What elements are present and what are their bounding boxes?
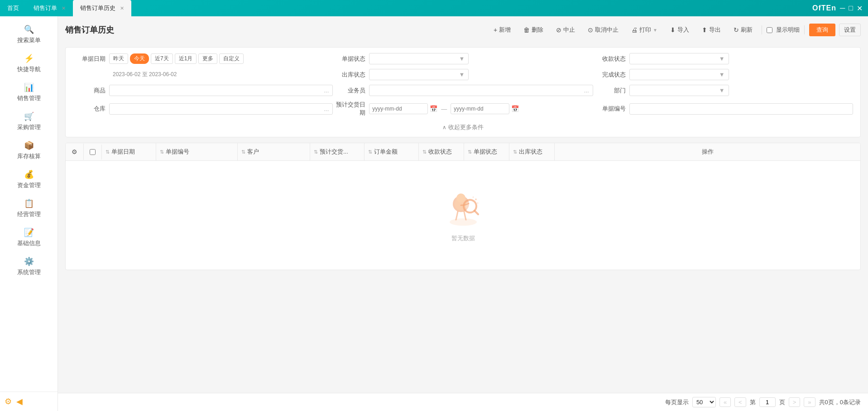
close-btn[interactable]: ✕ (857, 4, 863, 13)
filter-date-col: 单据日期 昨天 今天 近7天 近1月 更多 自定义 (73, 53, 333, 64)
import-button[interactable]: ⬇ 导入 (666, 24, 694, 36)
last-page-btn[interactable]: » (804, 397, 815, 407)
th-date[interactable]: ⇅ 单据日期 (102, 143, 156, 160)
collapse-btn[interactable]: ∧ 收起更多条件 (442, 123, 484, 131)
th-payment-label: 收款状态 (428, 148, 452, 156)
sidebar-item-basic-info[interactable]: 📝 基础信息 (0, 223, 58, 252)
delivery-date-to-input[interactable] (451, 103, 509, 114)
select-all-checkbox[interactable] (90, 149, 96, 155)
sidebar-item-sales-mgmt-label: 销售管理 (17, 94, 41, 102)
svg-point-5 (465, 202, 475, 211)
table-header: ⚙ ⇅ 单据日期 ⇅ 单据编号 ⇅ 客户 ⇅ (66, 143, 860, 161)
tab-home[interactable]: 首页 (0, 0, 26, 16)
sort-icon-order-no: ⇅ (160, 149, 164, 155)
export-button[interactable]: ⬆ 导出 (697, 24, 725, 36)
th-amount[interactable]: ⇅ 订单金额 (364, 143, 419, 160)
display-columns-checkbox[interactable]: 显示明细 (767, 26, 800, 34)
order-status-select[interactable]: ▼ (369, 53, 469, 64)
per-page-label: 每页显示 (665, 398, 689, 406)
th-storage-status[interactable]: ⇅ 出库状态 (509, 143, 555, 160)
sidebar-item-purchase-mgmt[interactable]: 🛒 采购管理 (0, 107, 58, 136)
page-number-input[interactable] (759, 397, 776, 407)
more-btn[interactable]: 更多 (198, 53, 217, 64)
sidebar: 🔍 搜索菜单 ⚡ 快捷导航 📊 销售管理 🛒 采购管理 📦 库存核算 💰 资金管… (0, 16, 58, 411)
tab-sales-order[interactable]: 销售订单 ✕ (26, 0, 73, 16)
sidebar-item-system-mgmt[interactable]: ⚙️ 系统管理 (0, 252, 58, 281)
delivery-date-label: 预计交货日期 (333, 101, 369, 117)
th-operations: 操作 (555, 143, 860, 160)
complete-status-select[interactable]: ▼ (629, 69, 729, 80)
minimize-btn[interactable]: ─ (840, 4, 845, 12)
sidebar-item-basic-info-label: 基础信息 (17, 239, 41, 247)
svg-point-9 (472, 197, 474, 198)
sidebar-item-operations[interactable]: 📋 经营管理 (0, 194, 58, 223)
today-btn[interactable]: 今天 (130, 53, 149, 64)
add-button[interactable]: + 新增 (489, 24, 515, 36)
th-order-no[interactable]: ⇅ 单据编号 (156, 143, 238, 160)
th-payment-status[interactable]: ⇅ 收款状态 (419, 143, 464, 160)
custom-btn[interactable]: 自定义 (219, 53, 244, 64)
sidebar-bottom: ⚙ ◀ (0, 392, 58, 411)
th-checkbox[interactable] (84, 145, 102, 160)
delivery-status-select[interactable]: ▼ (369, 69, 469, 80)
department-label: 部门 (593, 87, 629, 95)
sidebar-item-quick-nav[interactable]: ⚡ 快捷导航 (0, 49, 58, 78)
sidebar-collapse-icon[interactable]: ◀ (16, 396, 23, 406)
first-page-btn[interactable]: « (719, 397, 731, 407)
product-select[interactable]: ... (109, 85, 333, 96)
maximize-btn[interactable]: □ (849, 4, 853, 12)
calendar-to-icon[interactable]: 📅 (511, 105, 519, 112)
th-delivery-date[interactable]: ⇅ 预计交货... (310, 143, 364, 160)
order-no-input[interactable] (629, 103, 853, 115)
date-label: 单据日期 (73, 55, 109, 63)
delivery-date-range: 📅 — 📅 (369, 103, 519, 114)
th-order-status[interactable]: ⇅ 单据状态 (464, 143, 509, 160)
sidebar-item-search-menu[interactable]: 🔍 搜索菜单 (0, 20, 58, 49)
1month-btn[interactable]: 近1月 (175, 53, 197, 64)
stop-button[interactable]: ⊘ 中止 (551, 24, 580, 36)
th-customer-label: 客户 (247, 148, 259, 156)
department-select[interactable]: ▼ (629, 85, 729, 96)
delete-button[interactable]: 🗑 删除 (519, 24, 548, 36)
display-columns-input[interactable] (767, 27, 772, 33)
th-settings[interactable]: ⚙ (66, 144, 84, 160)
topbar-right: OfTEn ─ □ ✕ (812, 4, 868, 13)
sidebar-item-sales-mgmt[interactable]: 📊 销售管理 (0, 78, 58, 107)
page-label-suffix: 页 (779, 398, 785, 406)
refresh-button[interactable]: ↻ 刷新 (729, 24, 757, 36)
warehouse-select[interactable]: ... (109, 103, 333, 115)
salesperson-dots[interactable]: ... (584, 87, 589, 94)
salesperson-select[interactable]: ... (369, 85, 593, 96)
product-dots[interactable]: ... (324, 87, 329, 94)
cancel-stop-button[interactable]: ⊙ 取消中止 (583, 24, 623, 36)
7days-btn[interactable]: 近7天 (151, 53, 173, 64)
tab-sales-order-history[interactable]: 销售订单历史 ✕ (73, 0, 131, 16)
warehouse-dots[interactable]: ... (324, 106, 329, 112)
tab-sales-order-history-close[interactable]: ✕ (120, 5, 124, 11)
purchase-mgmt-icon: 🛒 (24, 111, 34, 121)
settings-button[interactable]: 设置 (839, 24, 861, 36)
filter-salesperson-col: 业务员 ... (333, 85, 593, 96)
query-button[interactable]: 查询 (809, 24, 835, 36)
prev-page-btn[interactable]: < (734, 397, 746, 407)
calendar-from-icon[interactable]: 📅 (430, 105, 437, 112)
sidebar-settings-icon[interactable]: ⚙ (5, 396, 12, 406)
sort-icon-payment: ⇅ (422, 149, 427, 155)
import-label: 导入 (677, 26, 689, 34)
print-button[interactable]: 🖨 打印 ▼ (627, 24, 662, 36)
th-customer[interactable]: ⇅ 客户 (238, 143, 310, 160)
payment-status-dropdown-icon: ▼ (719, 55, 725, 62)
yesterday-btn[interactable]: 昨天 (109, 53, 128, 64)
sidebar-item-inventory[interactable]: 📦 库存核算 (0, 136, 58, 165)
sidebar-item-search-menu-label: 搜索菜单 (17, 36, 41, 44)
tab-sales-order-close[interactable]: ✕ (62, 5, 66, 11)
delivery-date-from-input[interactable] (369, 103, 428, 114)
next-page-btn[interactable]: > (789, 397, 801, 407)
per-page-select[interactable]: 50 10 20 100 (692, 397, 716, 407)
department-dropdown-icon: ▼ (719, 87, 725, 94)
sidebar-item-finance[interactable]: 💰 资金管理 (0, 165, 58, 194)
svg-line-6 (475, 211, 478, 214)
payment-status-select[interactable]: ▼ (629, 53, 729, 64)
display-columns-label: 显示明细 (776, 26, 800, 34)
complete-status-dropdown-icon: ▼ (719, 71, 725, 78)
